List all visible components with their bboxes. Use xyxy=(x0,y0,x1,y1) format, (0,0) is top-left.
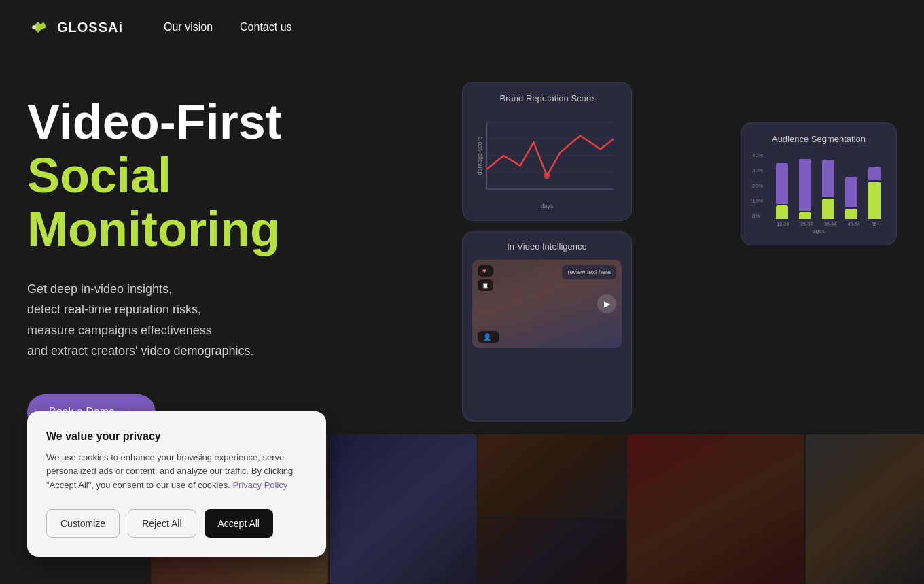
invideo-thumbnail: ♥ ▣ 👤 ▶ review text here xyxy=(472,260,622,348)
video-thumb-2 xyxy=(330,434,477,584)
invideo-tag-info: ▣ xyxy=(478,279,493,291)
video-thumb-5 xyxy=(806,434,924,584)
svg-point-7 xyxy=(544,173,550,179)
hero-title: Video-First Social Monitoring xyxy=(27,95,421,257)
video-thumb-3b xyxy=(478,518,626,584)
cookie-buttons: Customize Reject All Accept All xyxy=(46,509,307,538)
hero-desc-line3: measure campaigns effectiveness xyxy=(27,320,421,341)
accept-all-button[interactable]: Accept All xyxy=(205,509,273,538)
invideo-card: In-Video Intelligence ♥ ▣ 👤 ▶ xyxy=(462,231,632,422)
video-col-3 xyxy=(478,434,626,584)
person-icon: 👤 xyxy=(483,333,491,341)
bar-group-55plus xyxy=(868,167,881,219)
info-icon: ▣ xyxy=(482,281,488,289)
invideo-text-bubble: review text here xyxy=(562,265,616,279)
chart-x-label: days xyxy=(474,203,620,209)
bar-purple-45-54 xyxy=(845,177,857,207)
hero-section: Video-First Social Monitoring Get deep i… xyxy=(0,54,924,462)
hero-title-line2: Social Monitoring xyxy=(27,149,421,256)
bar-purple-35-44 xyxy=(822,160,834,197)
invideo-title: In-Video Intelligence xyxy=(472,241,622,252)
invideo-person-tag: 👤 xyxy=(478,331,499,343)
nav-contact-us[interactable]: Contact us xyxy=(240,21,291,33)
audience-seg-title: Audience Segmentation xyxy=(752,134,885,144)
x-label-35-44: 35-44 xyxy=(824,222,836,226)
hero-description: Get deep in-video insights, detect real-… xyxy=(27,279,421,362)
hero-desc-line4: and extract creators' video demographics… xyxy=(27,341,421,362)
cookie-title: We value your privacy xyxy=(46,430,307,443)
privacy-policy-link[interactable]: Privacy Policy xyxy=(232,480,287,490)
heart-icon: ♥ xyxy=(482,267,486,275)
chart-y-label: damage score xyxy=(476,136,483,175)
bar-chart-area: 40% 30% 20% 10% 0% xyxy=(752,152,885,234)
navbar: GLOSSAi Our vision Contact us xyxy=(0,0,924,54)
x-label-25-34: 25-34 xyxy=(800,222,813,226)
cookie-body: We use cookies to enhance your browsing … xyxy=(46,451,307,493)
bar-group-45-54 xyxy=(845,177,857,219)
bar-purple-18-24 xyxy=(776,163,788,204)
bar-group-18-24 xyxy=(776,163,788,219)
brand-rep-card: Brand Reputation Score damage score xyxy=(462,82,632,221)
y-label-10: 10% xyxy=(752,198,763,204)
nav-links: Our vision Contact us xyxy=(164,21,292,33)
svg-point-1 xyxy=(32,25,36,29)
brand-rep-chart: damage score xyxy=(474,111,620,200)
bar-group-25-34 xyxy=(799,159,811,219)
bar-green-18-24 xyxy=(776,205,788,219)
invideo-tag-heart: ♥ xyxy=(478,265,493,277)
x-label-18-24: 18-24 xyxy=(777,222,789,226)
invideo-overlay: ♥ ▣ xyxy=(478,265,493,291)
video-thumb-4 xyxy=(627,434,804,584)
bar-purple-25-34 xyxy=(799,159,811,211)
logo[interactable]: GLOSSAi xyxy=(27,15,123,39)
y-label-20: 20% xyxy=(752,183,763,189)
brand-rep-title: Brand Reputation Score xyxy=(474,93,620,103)
y-label-0: 0% xyxy=(752,213,763,219)
hero-desc-line1: Get deep in-video insights, xyxy=(27,279,421,300)
cookie-popup: We value your privacy We use cookies to … xyxy=(27,411,326,557)
bar-purple-55plus xyxy=(868,167,881,180)
bar-chart-x-axis-label: ages xyxy=(752,228,885,234)
reject-all-button[interactable]: Reject All xyxy=(128,509,196,538)
bar-green-45-54 xyxy=(845,209,857,219)
bar-green-25-34 xyxy=(799,212,811,219)
y-label-40: 40% xyxy=(752,152,763,158)
play-button[interactable]: ▶ xyxy=(597,294,616,313)
x-label-45-54: 45-54 xyxy=(848,222,860,226)
bar-green-55plus xyxy=(868,182,881,219)
y-label-30: 30% xyxy=(752,167,763,173)
hero-desc-line2: detect real-time reputation risks, xyxy=(27,299,421,320)
hero-title-line1: Video-First xyxy=(27,95,421,149)
hero-text: Video-First Social Monitoring Get deep i… xyxy=(27,82,421,430)
hero-visuals: Brand Reputation Score damage score xyxy=(462,82,897,435)
bar-green-35-44 xyxy=(822,199,834,219)
customize-button[interactable]: Customize xyxy=(46,509,120,538)
x-label-55plus: 55+ xyxy=(872,222,880,226)
nav-our-vision[interactable]: Our vision xyxy=(164,21,213,33)
bar-group-35-44 xyxy=(822,160,834,219)
line-chart-svg xyxy=(474,111,620,200)
audience-seg-card: Audience Segmentation 40% 30% 20% 10% 0% xyxy=(741,122,897,245)
logo-icon xyxy=(27,15,52,39)
video-thumb-3a xyxy=(478,434,626,517)
logo-text: GLOSSAi xyxy=(57,20,123,35)
